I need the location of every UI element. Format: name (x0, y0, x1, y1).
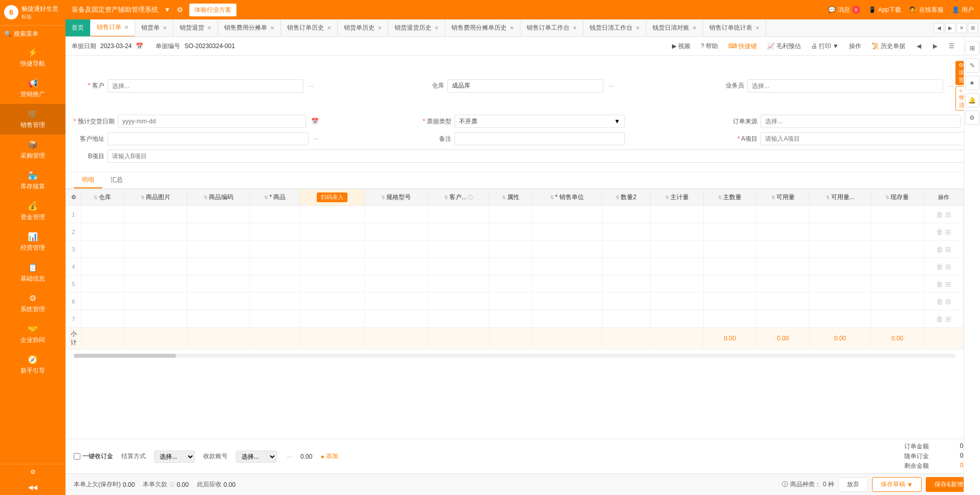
messages-btn[interactable]: 💬 消息 9 (828, 6, 860, 14)
one-click-input[interactable] (74, 453, 80, 460)
row-delete-5[interactable]: 🗑 (936, 280, 943, 288)
customer-input[interactable] (107, 79, 303, 93)
customer-more[interactable]: ··· (309, 82, 314, 90)
row-copy-5[interactable]: ⊞ (945, 280, 951, 288)
operation-btn[interactable]: 操作 (846, 41, 864, 52)
row-delete-4[interactable]: 🗑 (936, 263, 943, 271)
row-copy-1[interactable]: ⊞ (945, 210, 951, 219)
tab-return-history[interactable]: 销货退货历史 ✕ (388, 19, 445, 37)
tab-order-workbench-close[interactable]: ✕ (573, 25, 577, 31)
note-input[interactable] (454, 132, 625, 145)
row-delete-2[interactable]: 🗑 (936, 228, 943, 236)
tab-fee-history[interactable]: 销售费用分摊单历史 ✕ (445, 19, 520, 37)
sidebar-item-inventory[interactable]: 🏪 库存核算 (0, 165, 66, 196)
tab-menu-btn[interactable]: ⊞ (968, 23, 978, 33)
sidebar-item-quick-nav[interactable]: ⚡ 快捷导航 (0, 42, 66, 73)
discard-btn[interactable]: 放弃 (838, 477, 868, 492)
row-copy-7[interactable]: ⊞ (945, 315, 951, 323)
tab-sales-goods-close[interactable]: ✕ (163, 25, 167, 31)
user-menu[interactable]: 👤 用户 (952, 6, 974, 14)
account-more[interactable]: ··· (287, 453, 292, 460)
tab-sales-order-history-close[interactable]: ✕ (327, 25, 331, 31)
system-dropdown[interactable]: ▼ (164, 6, 170, 13)
col-setting[interactable]: ⚙ (66, 189, 81, 206)
app-download-btn[interactable]: 📱 App下载 (868, 6, 901, 14)
tab-daily-workbench-close[interactable]: ✕ (636, 25, 640, 31)
sidebar-item-sales[interactable]: 🛒 销售管理 (0, 104, 66, 135)
order-source-input[interactable] (760, 115, 961, 128)
right-icon-settings[interactable]: ⚙ (965, 111, 979, 125)
a-project-input[interactable] (760, 132, 972, 145)
row-delete-1[interactable]: 🗑 (936, 210, 943, 219)
tab-sales-stats-close[interactable]: ✕ (755, 25, 759, 31)
tab-next-btn[interactable]: ▶ (945, 23, 955, 33)
sidebar-item-system[interactable]: ⚙ 系统管理 (0, 288, 66, 319)
tab-sales-fee[interactable]: 销售费用分摊单 ✕ (218, 19, 281, 37)
one-click-checkbox[interactable]: 一键收订金 (74, 452, 113, 461)
tab-sales-goods[interactable]: 销货单 ✕ (135, 19, 173, 37)
staff-input[interactable] (747, 79, 943, 93)
b-project-input[interactable] (107, 149, 972, 163)
sidebar-item-basic-info[interactable]: 📋 基础信息 (0, 257, 66, 288)
add-payment-btn[interactable]: ● 添加 (320, 452, 338, 461)
right-icon-alert[interactable]: 🔔 (965, 93, 979, 107)
warehouse-more[interactable]: ··· (608, 82, 614, 90)
tab-daily-reconcile[interactable]: 钱货日清对账 ✕ (646, 19, 703, 37)
save-draft-btn[interactable]: 保存草稿 ▼ (872, 477, 922, 492)
tab-summary[interactable]: 汇总 (102, 173, 131, 188)
right-icon-edit[interactable]: ✎ (965, 58, 979, 73)
solution-button[interactable]: 体验行业方案 (189, 4, 236, 16)
tab-sales-order[interactable]: 销售订单 ✕ (91, 19, 135, 37)
sidebar-collapse[interactable]: ◀◀ (0, 480, 66, 495)
help-btn[interactable]: ? 帮助 (698, 41, 721, 52)
history-btn[interactable]: 📜 历史单据 (868, 41, 908, 52)
row-delete-6[interactable]: 🗑 (936, 297, 943, 306)
row-copy-6[interactable]: ⊞ (945, 297, 951, 306)
row-copy-3[interactable]: ⊞ (945, 245, 951, 253)
tab-sales-order-close[interactable]: ✕ (124, 25, 128, 30)
view-btn[interactable]: ▶ 视频 (669, 41, 693, 52)
tab-daily-reconcile-close[interactable]: ✕ (692, 25, 696, 31)
topbar-settings-icon[interactable]: ⚙ (177, 6, 183, 14)
next-record-btn[interactable]: ▶ (929, 40, 941, 52)
tab-goods-history-close[interactable]: ✕ (378, 25, 382, 31)
address-more[interactable]: ··· (314, 135, 319, 142)
tab-sales-stats[interactable]: 销售订单统计表 ✕ (703, 19, 766, 37)
tab-daily-workbench[interactable]: 钱货日清工作台 ✕ (583, 19, 646, 37)
tab-sales-order-history[interactable]: 销售订单历史 ✕ (281, 19, 338, 37)
row-copy-2[interactable]: ⊞ (945, 228, 951, 236)
tab-order-workbench[interactable]: 销售订单工作台 ✕ (520, 19, 583, 37)
save-draft-dropdown-icon[interactable]: ▼ (907, 481, 913, 488)
sidebar-item-guide[interactable]: 🧭 新手引导 (0, 350, 66, 380)
tab-detail[interactable]: 明细 (74, 173, 102, 188)
tab-close-all-btn[interactable]: ✕ (956, 23, 967, 33)
tab-prev-btn[interactable]: ◀ (934, 23, 944, 33)
address-input[interactable] (107, 132, 309, 145)
sidebar-settings[interactable]: ⚙ (0, 464, 66, 480)
sidebar-search[interactable]: 🔍 搜索菜单 (0, 26, 66, 42)
sidebar-item-enterprise[interactable]: 🤝 企业协同 (0, 319, 66, 350)
invoice-select[interactable]: 不开票 ▼ (454, 115, 625, 128)
layout-list-btn[interactable]: ☰ (945, 40, 957, 52)
tab-fee-history-close[interactable]: ✕ (510, 25, 514, 31)
row-delete-3[interactable]: 🗑 (936, 245, 943, 253)
sidebar-item-operations[interactable]: 📊 经营管理 (0, 227, 66, 257)
right-icon-star[interactable]: ★ (965, 76, 979, 90)
prev-record-btn[interactable]: ◀ (912, 40, 925, 52)
staff-more[interactable]: ··· (948, 82, 953, 90)
tab-goods-history[interactable]: 销货单历史 ✕ (338, 19, 388, 37)
tab-home[interactable]: 首页 (66, 19, 91, 37)
tab-sales-fee-close[interactable]: ✕ (270, 25, 274, 31)
print-btn[interactable]: 🖨 打印 ▼ (808, 41, 842, 52)
sidebar-item-finance[interactable]: 💰 资金管理 (0, 196, 66, 227)
scan-btn[interactable]: 扫码录入 (317, 192, 347, 202)
online-service-btn[interactable]: 💁 在线客服 (909, 6, 944, 14)
shortcut-btn[interactable]: ⌨ 快捷键 (725, 41, 760, 52)
tab-return-history-close[interactable]: ✕ (434, 25, 439, 31)
sidebar-item-marketing[interactable]: 📢 营销推广 (0, 73, 66, 104)
tab-sales-return[interactable]: 销货退货 ✕ (173, 19, 218, 37)
account-select[interactable]: 选择... (236, 450, 277, 463)
table-container[interactable]: ⚙ ⇅仓库 ⇅商品图片 ⇅商品编码 ⇅* 商品 扫码录入 ⇅规格型号 ⇅客户..… (66, 189, 964, 439)
delivery-calendar[interactable]: 📅 (311, 118, 319, 125)
profit-btn[interactable]: 📈 毛利预估 (764, 41, 804, 52)
